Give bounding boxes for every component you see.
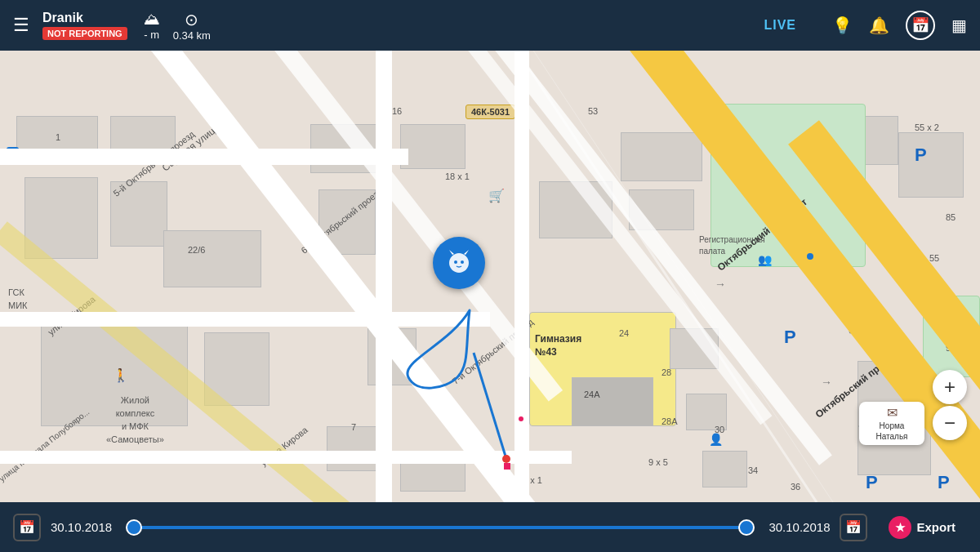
norma-name: НормаНаталья — [866, 421, 918, 442]
not-reporting-badge: NOT REPORTING — [42, 27, 127, 40]
person-icon-3: 👤 — [709, 433, 723, 446]
start-date-label: 30.10.2018 — [51, 520, 124, 534]
device-info: Dranik NOT REPORTING — [42, 11, 127, 40]
road-h1 — [0, 149, 408, 165]
road-arrow-1: → — [715, 278, 726, 291]
export-star-icon: ★ — [889, 516, 911, 539]
building-7 — [204, 332, 270, 406]
bell-icon[interactable]: 🔔 — [869, 16, 889, 35]
altitude-value: - m — [144, 29, 159, 41]
calendar-icon[interactable]: 📅 — [906, 11, 935, 40]
road-sign-46k: 46К-5031 — [466, 105, 515, 119]
parking-p-2[interactable]: P — [784, 327, 796, 348]
shop-icon[interactable]: 🛒 — [488, 188, 505, 203]
building-17 — [702, 451, 747, 487]
track-endpoint — [504, 463, 510, 470]
track-midpoint — [519, 416, 523, 421]
distance-value: 0.34 km — [173, 29, 211, 42]
building-13 — [621, 132, 702, 181]
slider-handle-left[interactable] — [126, 519, 142, 536]
road-h2 — [0, 312, 490, 327]
norma-envelope-icon: ✉ — [866, 405, 918, 421]
distance-stat: ⊙ 0.34 km — [173, 10, 211, 42]
zoom-out-button[interactable]: − — [933, 406, 967, 440]
device-name: Dranik — [42, 11, 127, 25]
pin-circle — [433, 237, 485, 289]
road-v2 — [514, 51, 529, 502]
building-16 — [686, 394, 727, 430]
map-container[interactable]: Садовая улица 5-й Октябрьский проезд 6-й… — [0, 51, 980, 502]
road-arrow-2: → — [821, 376, 832, 389]
start-calendar-button[interactable]: 📅 — [13, 514, 41, 541]
parking-p-4[interactable]: P — [866, 472, 878, 493]
topbar-icons: LIVE 💡 🔔 📅 ▦ — [764, 11, 967, 40]
zoom-controls: + − — [933, 370, 967, 440]
person-icon-1: 🚶 — [113, 367, 129, 383]
road-h3 — [0, 451, 572, 464]
parking-p-3[interactable]: P — [938, 472, 950, 493]
parking-p-1[interactable]: P — [915, 145, 927, 166]
person-icon-2: 👥 — [758, 253, 772, 266]
end-calendar-button[interactable]: 📅 — [840, 514, 867, 541]
bottom-bar: 📅 30.10.2018 30.10.2018 📅 ★ Export — [0, 502, 980, 552]
bulb-icon[interactable]: 💡 — [832, 16, 853, 35]
top-bar: ☰ Dranik NOT REPORTING ⛰ - m ⊙ 0.34 km L… — [0, 0, 980, 51]
norma-card: ✉ НормаНаталья — [859, 402, 924, 445]
building-22 — [898, 132, 964, 198]
live-indicator: LIVE — [764, 18, 796, 33]
building-3 — [24, 177, 98, 259]
building-9 — [400, 124, 466, 169]
reg-dot — [807, 253, 813, 260]
timeline-slider[interactable] — [134, 526, 746, 529]
cat-icon — [443, 247, 475, 279]
grid-icon[interactable]: ▦ — [951, 16, 967, 35]
svg-point-5 — [454, 260, 457, 264]
menu-icon[interactable]: ☰ — [13, 15, 29, 36]
mountain-icon: ⛰ — [144, 10, 160, 29]
device-stats: ⛰ - m ⊙ 0.34 km — [144, 10, 211, 42]
export-label: Export — [916, 520, 956, 534]
slider-track[interactable] — [134, 526, 746, 529]
slider-handle-right[interactable] — [738, 519, 755, 536]
building-4 — [110, 181, 167, 247]
end-date-label: 30.10.2018 — [756, 520, 830, 534]
building-gymnasium-annex — [572, 377, 653, 426]
export-button[interactable]: ★ Export — [877, 510, 967, 545]
road-v1 — [376, 51, 392, 502]
building-5 — [163, 230, 261, 287]
zoom-in-button[interactable]: + — [933, 370, 967, 404]
altitude-stat: ⛰ - m — [144, 10, 160, 41]
svg-point-6 — [461, 260, 464, 264]
tracker-pin[interactable] — [433, 237, 485, 289]
odometer-icon: ⊙ — [185, 10, 198, 29]
